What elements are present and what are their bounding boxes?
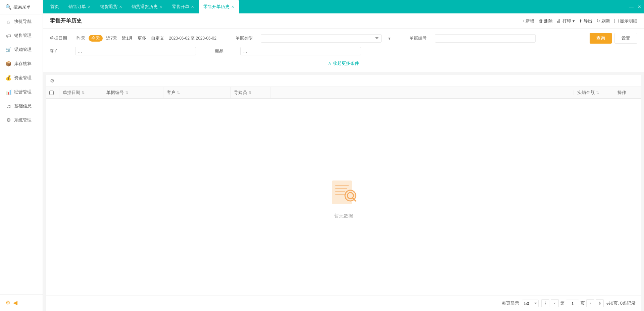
print-chevron-icon: ▾ <box>573 18 575 23</box>
collapse-icon[interactable]: ◀ <box>13 299 17 306</box>
tab-retail-open-close[interactable]: ✕ <box>191 5 194 9</box>
first-page-button[interactable]: ⟪ <box>541 299 549 307</box>
tab-sales-order[interactable]: 销售订单 ✕ <box>64 0 95 13</box>
export-button[interactable]: ⬆ 导出 <box>579 18 593 24</box>
th-action-label: 操作 <box>617 90 626 96</box>
th-number[interactable]: 单据编号 ⇅ <box>103 87 163 98</box>
svg-rect-2 <box>335 188 347 189</box>
type-filter-select[interactable] <box>261 34 382 43</box>
page-label-after: 页 <box>581 300 585 306</box>
refresh-label: ↻ 刷新 <box>596 18 610 24</box>
sidebar-item-operations[interactable]: 📊 经营管理 <box>0 85 43 99</box>
th-amount[interactable]: 实销金额 ⇅ <box>574 87 614 98</box>
type-chevron-icon: ▾ <box>388 36 391 41</box>
sidebar: 🔍 搜索采单 ⌂ 快捷导航 🏷 销售管理 🛒 采购管理 📦 库存核算 💰 资金管… <box>0 0 43 311</box>
search-icon: 🔍 <box>5 4 11 10</box>
sidebar-item-finance[interactable]: 💰 资金管理 <box>0 71 43 85</box>
sidebar-item-label: 库存核算 <box>14 61 32 67</box>
tab-retail-open-label: 零售开单 <box>172 4 189 10</box>
table-container: ⚙ 单据日期 ⇅ 单据编号 ⇅ 客户 ⇅ 导购员 <box>46 75 641 311</box>
customer-filter-input[interactable] <box>75 47 196 55</box>
display-detail-checkbox-label[interactable]: 显示明细 <box>614 18 637 24</box>
tab-sales-order-close[interactable]: ✕ <box>88 5 91 9</box>
query-button[interactable]: 查询 <box>590 33 612 44</box>
window-minimize-icon[interactable]: — <box>629 4 634 9</box>
pagination: 每页显示 50 100 ⟪ ‹ 第 页 › ⟫ 共0页, 0条记录 <box>46 296 641 311</box>
sidebar-item-system[interactable]: ⚙ 系统管理 <box>0 113 43 127</box>
tag-icon: 🏷 <box>5 33 11 39</box>
tab-bar: 首页 销售订单 ✕ 销货退货 ✕ 销货退货历史 ✕ 零售开单 ✕ 零售开单历史 … <box>43 0 644 13</box>
box-icon: 📦 <box>5 61 11 67</box>
tab-retail-open-history-close[interactable]: ✕ <box>231 5 234 9</box>
prev-page-button[interactable]: ‹ <box>551 299 559 307</box>
tab-sales-return-label: 销货退货 <box>100 4 117 10</box>
th-guide-label: 导购员 <box>234 90 247 96</box>
table-toolbar: ⚙ <box>46 75 641 87</box>
refresh-button[interactable]: ↻ 刷新 <box>596 18 610 24</box>
tab-retail-open-history[interactable]: 零售开单历史 ✕ <box>199 0 239 13</box>
display-detail-checkbox[interactable] <box>614 19 618 23</box>
settings-icon: ⚙ <box>5 117 11 123</box>
settings-button[interactable]: 设置 <box>614 33 637 44</box>
sidebar-item-label: 销售管理 <box>14 33 32 39</box>
sidebar-item-quick-nav[interactable]: ⌂ 快捷导航 <box>0 14 43 29</box>
sidebar-item-purchase-mgmt[interactable]: 🛒 采购管理 <box>0 43 43 57</box>
filter-row-2: 客户 商品 <box>50 47 637 55</box>
th-date[interactable]: 单据日期 ⇅ <box>59 87 103 98</box>
sidebar-item-label: 经营管理 <box>14 89 32 95</box>
svg-rect-1 <box>335 185 349 186</box>
tab-sales-return[interactable]: 销货退货 ✕ <box>95 0 127 13</box>
date-opt-yesterday[interactable]: 昨天 <box>75 35 87 42</box>
date-opt-7days[interactable]: 近7天 <box>105 35 118 42</box>
sidebar-item-basic-info[interactable]: 🗂 基础信息 <box>0 99 43 113</box>
collapse-more-button[interactable]: ∧ 收起更多条件 <box>50 59 637 68</box>
tab-home[interactable]: 首页 <box>46 0 64 13</box>
page-label-before: 第 <box>560 300 564 306</box>
sidebar-item-inventory[interactable]: 📦 库存核算 <box>0 57 43 71</box>
th-guide[interactable]: 导购员 ⇅ <box>231 87 271 98</box>
print-label: 🖨 打印 <box>557 18 571 24</box>
sidebar-item-label: 采购管理 <box>14 47 32 53</box>
date-opt-today[interactable]: 今天 <box>89 35 103 42</box>
date-opt-custom[interactable]: 自定义 <box>150 35 165 42</box>
goods-filter-input[interactable] <box>240 47 361 55</box>
add-button[interactable]: + 新增 <box>522 18 534 24</box>
sidebar-item-sales-mgmt[interactable]: 🏷 销售管理 <box>0 29 43 43</box>
number-filter-input[interactable] <box>435 34 536 43</box>
filter-row-1: 单据日期 昨天 今天 近7天 近1月 更多 自定义 2023-06-02 至 2… <box>50 33 637 44</box>
print-button[interactable]: 🖨 打印 ▾ <box>557 18 575 24</box>
gear-bottom-icon[interactable]: ⚙ <box>5 299 10 306</box>
sort-customer-icon: ⇅ <box>177 91 180 95</box>
sidebar-search[interactable]: 🔍 搜索采单 <box>0 0 43 14</box>
svg-rect-3 <box>335 191 345 192</box>
collapse-label: ∧ 收起更多条件 <box>328 61 359 66</box>
main-area: 首页 销售订单 ✕ 销货退货 ✕ 销货退货历史 ✕ 零售开单 ✕ 零售开单历史 … <box>43 0 644 311</box>
tab-sales-return-history[interactable]: 销货退货历史 ✕ <box>127 0 167 13</box>
window-close-icon[interactable]: ✕ <box>638 4 641 9</box>
number-filter-label: 单据编号 <box>409 35 430 41</box>
toolbar: + 新增 🗑 删除 🖨 打印 ▾ ⬆ 导出 ↻ 刷新 显示明细 <box>522 18 637 24</box>
sidebar-search-label: 搜索采单 <box>13 4 31 10</box>
last-page-button[interactable]: ⟫ <box>596 299 604 307</box>
sidebar-item-label: 基础信息 <box>14 103 32 109</box>
tab-retail-open[interactable]: 零售开单 ✕ <box>167 0 199 13</box>
tab-home-label: 首页 <box>50 4 59 10</box>
page-size-select[interactable]: 50 100 <box>522 300 539 307</box>
delete-button[interactable]: 🗑 删除 <box>539 18 553 24</box>
select-all-checkbox[interactable] <box>49 91 54 95</box>
sidebar-item-label: 资金管理 <box>14 75 32 81</box>
delete-label: 🗑 删除 <box>539 18 553 24</box>
tab-sales-return-history-close[interactable]: ✕ <box>159 5 162 9</box>
date-opt-more[interactable]: 更多 <box>136 35 148 42</box>
th-date-label: 单据日期 <box>63 90 80 96</box>
next-page-button[interactable]: › <box>586 299 594 307</box>
date-range: 2023-06-02 至 2023-06-02 <box>169 36 216 41</box>
date-opt-1month[interactable]: 近1月 <box>120 35 134 42</box>
th-customer[interactable]: 客户 ⇅ <box>163 87 231 98</box>
chart-icon: 📊 <box>5 89 11 95</box>
tab-sales-return-close[interactable]: ✕ <box>119 5 122 9</box>
th-customer-label: 客户 <box>167 90 176 96</box>
add-label: + 新增 <box>522 18 534 24</box>
table-settings-icon[interactable]: ⚙ <box>50 78 54 84</box>
page-input[interactable] <box>566 300 579 307</box>
